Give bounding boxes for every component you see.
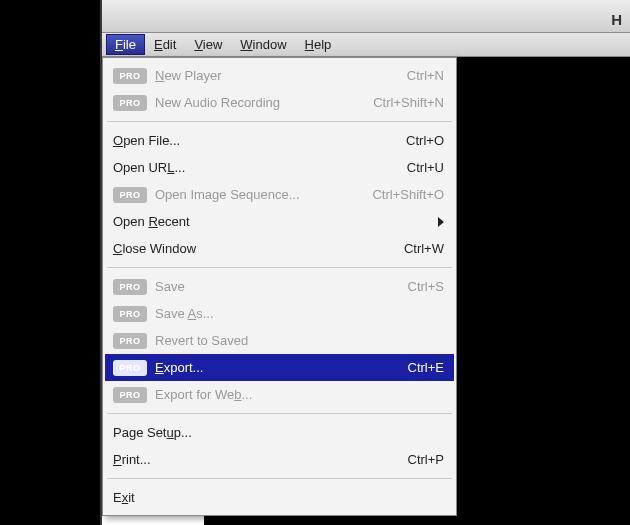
menu-item-open-image-sequence: PRO Open Image Sequence... Ctrl+Shift+O: [105, 181, 454, 208]
left-black-panel: [0, 0, 100, 525]
menu-item-new-audio-recording: PRO New Audio Recording Ctrl+Shift+N: [105, 89, 454, 116]
shortcut-label: Ctrl+U: [407, 160, 444, 175]
menu-edit[interactable]: Edit: [145, 34, 185, 55]
shortcut-label: Ctrl+Shift+O: [372, 187, 444, 202]
menu-view[interactable]: View: [185, 34, 231, 55]
menu-item-export[interactable]: PRO Export... Ctrl+E: [105, 354, 454, 381]
pro-badge-icon: PRO: [113, 95, 147, 111]
pro-badge-icon: PRO: [113, 306, 147, 322]
menu-separator: [107, 478, 452, 479]
submenu-arrow-icon: [438, 217, 444, 227]
menu-item-page-setup[interactable]: Page Setup...: [105, 419, 454, 446]
pro-badge-icon: PRO: [113, 360, 147, 376]
menu-item-open-url[interactable]: Open URL... Ctrl+U: [105, 154, 454, 181]
menu-separator: [107, 267, 452, 268]
shortcut-label: Ctrl+W: [404, 241, 444, 256]
menubar: File Edit View Window Help: [102, 33, 630, 57]
shortcut-label: Ctrl+Shift+N: [373, 95, 444, 110]
menu-file[interactable]: File: [106, 34, 145, 55]
window-title: H: [611, 11, 622, 28]
menu-item-save-as: PRO Save As...: [105, 300, 454, 327]
menu-item-save: PRO Save Ctrl+S: [105, 273, 454, 300]
pro-badge-icon: PRO: [113, 333, 147, 349]
file-menu-dropdown: PRO New Player Ctrl+N PRO New Audio Reco…: [102, 57, 457, 516]
menu-item-print[interactable]: Print... Ctrl+P: [105, 446, 454, 473]
shortcut-label: Ctrl+S: [408, 279, 444, 294]
pro-badge-icon: PRO: [113, 68, 147, 84]
menu-item-export-for-web: PRO Export for Web...: [105, 381, 454, 408]
menu-item-close-window[interactable]: Close Window Ctrl+W: [105, 235, 454, 262]
menu-item-exit[interactable]: Exit: [105, 484, 454, 511]
shortcut-label: Ctrl+E: [408, 360, 444, 375]
menu-separator: [107, 121, 452, 122]
pro-badge-icon: PRO: [113, 387, 147, 403]
menu-item-revert-to-saved: PRO Revert to Saved: [105, 327, 454, 354]
shortcut-label: Ctrl+O: [406, 133, 444, 148]
menu-window[interactable]: Window: [231, 34, 295, 55]
window-titlebar: H: [102, 0, 630, 33]
menu-item-open-recent[interactable]: Open Recent: [105, 208, 454, 235]
menu-item-new-player: PRO New Player Ctrl+N: [105, 62, 454, 89]
menu-item-open-file[interactable]: Open File... Ctrl+O: [105, 127, 454, 154]
shortcut-label: Ctrl+N: [407, 68, 444, 83]
pro-badge-icon: PRO: [113, 187, 147, 203]
menu-help[interactable]: Help: [296, 34, 341, 55]
pro-badge-icon: PRO: [113, 279, 147, 295]
menu-separator: [107, 413, 452, 414]
shortcut-label: Ctrl+P: [408, 452, 444, 467]
